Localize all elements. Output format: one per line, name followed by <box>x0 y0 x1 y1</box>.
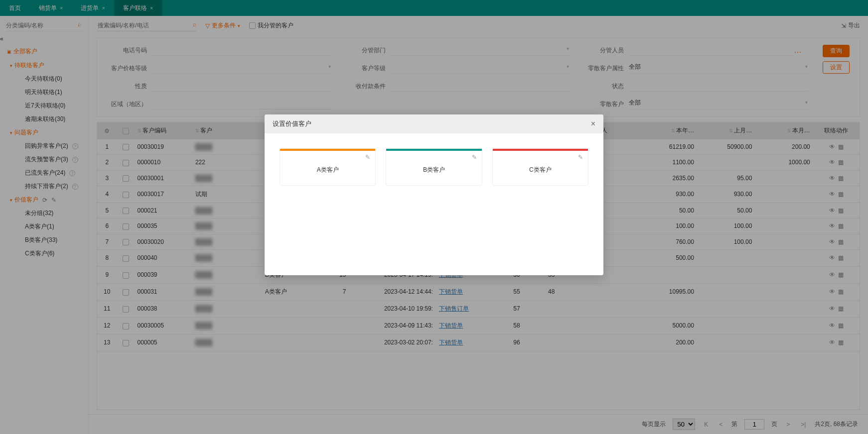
value-card-c[interactable]: ✎ C类客户 <box>492 148 588 186</box>
value-card-b[interactable]: ✎ B类客户 <box>386 148 482 186</box>
value-customer-dialog: 设置价值客户 × ✎ A类客户 ✎ B类客户 ✎ C类客户 <box>265 114 603 275</box>
value-card-a[interactable]: ✎ A类客户 <box>280 148 376 186</box>
card-label: A类客户 <box>285 166 370 174</box>
edit-icon[interactable]: ✎ <box>472 154 477 161</box>
card-label: C类客户 <box>498 166 583 174</box>
edit-icon[interactable]: ✎ <box>365 154 370 161</box>
close-icon[interactable]: × <box>591 119 595 128</box>
edit-icon[interactable]: ✎ <box>578 154 583 161</box>
dialog-title: 设置价值客户 <box>273 119 311 128</box>
modal-mask[interactable]: 设置价值客户 × ✎ A类客户 ✎ B类客户 ✎ C类客户 <box>0 0 868 434</box>
card-label: B类客户 <box>391 166 476 174</box>
